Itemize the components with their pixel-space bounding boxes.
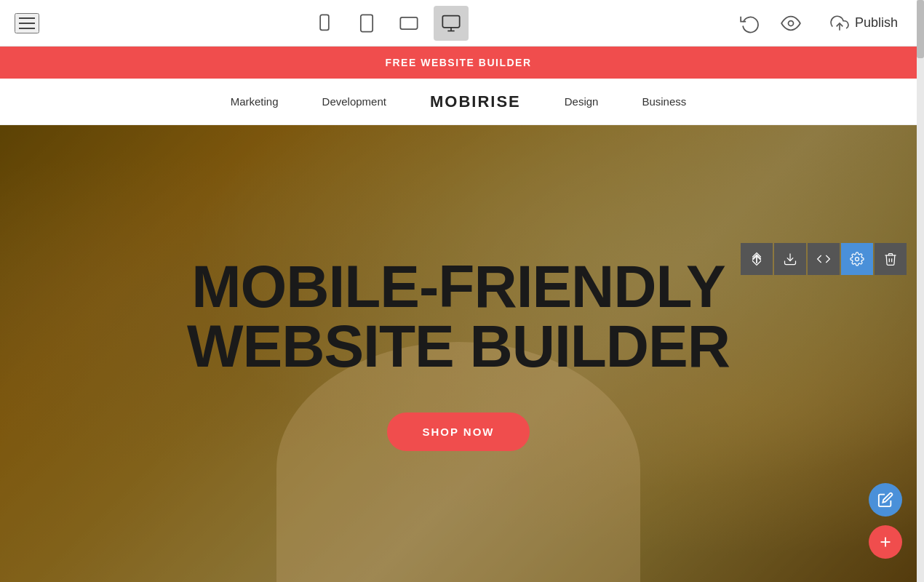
code-icon (816, 252, 831, 266)
undo-icon (740, 13, 760, 33)
tablet-landscape-view-button[interactable] (391, 6, 426, 41)
pencil-icon (877, 492, 893, 508)
desktop-view-button[interactable] (434, 6, 469, 41)
toolbar-right: Publish (737, 8, 909, 39)
tablet-icon (357, 13, 377, 33)
edit-code-button[interactable] (808, 243, 840, 275)
canvas-area: FREE WEBSITE BUILDER Marketing Developme… (0, 47, 917, 582)
scrollbar-thumb[interactable] (917, 0, 924, 58)
download-section-button[interactable] (774, 243, 806, 275)
section-tools (741, 243, 907, 275)
svg-point-14 (856, 258, 859, 261)
device-switcher (307, 6, 469, 41)
nav-item-marketing[interactable]: Marketing (231, 95, 279, 108)
plus-icon (877, 534, 893, 550)
eye-icon (781, 13, 801, 33)
publish-button[interactable]: Publish (819, 8, 909, 39)
cloud-upload-icon (830, 14, 849, 33)
arrows-updown-icon (749, 252, 764, 266)
svg-point-9 (788, 20, 793, 25)
edit-fab-button[interactable] (869, 483, 902, 517)
svg-rect-0 (321, 15, 330, 30)
hero-cta-button[interactable]: SHOP NOW (387, 412, 529, 451)
promo-banner-text: FREE WEBSITE BUILDER (385, 57, 531, 68)
publish-label: Publish (855, 15, 898, 31)
undo-button[interactable] (737, 10, 763, 36)
mobile-view-button[interactable] (307, 6, 342, 41)
nav-item-development[interactable]: Development (322, 95, 386, 108)
nav-item-design[interactable]: Design (565, 95, 599, 108)
nav-logo: MOBIRISE (430, 92, 521, 111)
hero-section: MOBILE-FRIENDLY WEBSITE BUILDER SHOP NOW (0, 125, 917, 582)
svg-rect-4 (401, 17, 418, 28)
hero-content: MOBILE-FRIENDLY WEBSITE BUILDER SHOP NOW (187, 257, 730, 451)
preview-button[interactable] (778, 10, 804, 36)
nav-item-business[interactable]: Business (642, 95, 686, 108)
promo-banner: FREE WEBSITE BUILDER (0, 47, 917, 79)
hero-title: MOBILE-FRIENDLY WEBSITE BUILDER (187, 257, 730, 376)
hero-title-line1: MOBILE-FRIENDLY (191, 253, 725, 319)
tablet-view-button[interactable] (349, 6, 384, 41)
section-settings-button[interactable] (841, 243, 873, 275)
mobile-icon (314, 13, 335, 33)
desktop-icon (441, 13, 461, 33)
fab-container (869, 483, 902, 559)
delete-section-button[interactable] (875, 243, 907, 275)
svg-rect-6 (443, 15, 460, 27)
navbar: Marketing Development MOBIRISE Design Bu… (0, 79, 917, 125)
top-toolbar: Publish (0, 0, 924, 47)
svg-rect-2 (361, 15, 373, 31)
toolbar-left (15, 13, 39, 33)
add-section-fab-button[interactable] (869, 525, 902, 559)
move-section-button[interactable] (741, 243, 773, 275)
gear-icon (850, 252, 864, 266)
download-icon (783, 252, 797, 266)
scrollbar-track[interactable] (917, 0, 924, 582)
tablet-landscape-icon (399, 13, 419, 33)
hamburger-menu-button[interactable] (15, 13, 39, 33)
trash-icon (883, 252, 898, 266)
hero-title-line2: WEBSITE BUILDER (187, 313, 730, 379)
